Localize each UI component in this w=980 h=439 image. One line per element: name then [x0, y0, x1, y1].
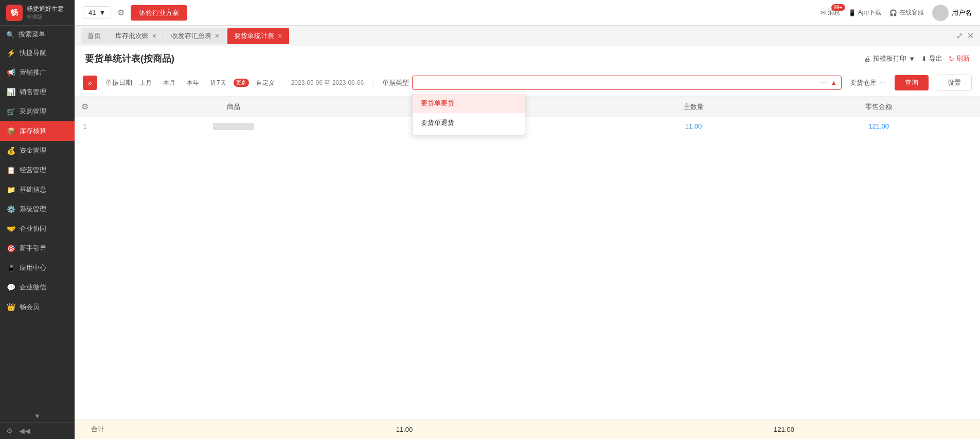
- row-amount[interactable]: 121.00: [777, 117, 980, 135]
- avatar: [932, 5, 949, 21]
- sidebar-item-label: 采购管理: [20, 107, 46, 116]
- type-dropdown-menu: 要货单要货 要货单退货: [412, 91, 525, 135]
- dropdown-item-order-return[interactable]: 要货单退货: [413, 113, 525, 133]
- sidebar-item-quick-nav[interactable]: ⚡ 快捷导航: [0, 43, 75, 63]
- tab-batch-close[interactable]: ✕: [152, 32, 157, 40]
- query-btn[interactable]: 查询: [895, 75, 929, 90]
- sidebar-item-label: 新手引导: [20, 244, 46, 253]
- page-content: 要货单统计表(按商品) 🖨 按模板打印 ▼ ⬇ 导出 ↻: [75, 46, 980, 439]
- purchase-icon: 🛒: [6, 107, 15, 116]
- service-btn[interactable]: 🎧 在线客服: [889, 8, 924, 17]
- date-more-badge[interactable]: 更多: [234, 79, 249, 87]
- sidebar-item-marketing[interactable]: 📢 营销推广: [0, 63, 75, 82]
- user-menu[interactable]: 用户名: [932, 5, 972, 21]
- sidebar-item-cooperation[interactable]: 🤝 企业协同: [0, 219, 75, 239]
- row-product: [95, 117, 372, 135]
- date-btn-this-month[interactable]: 本月: [159, 77, 180, 89]
- tab-batch-label: 库存批次账: [115, 31, 149, 41]
- data-table: ⚙ 商品 主计量单位 主数量 零售金额 1: [75, 97, 980, 135]
- sidebar-item-app-center[interactable]: 📱 应用中心: [0, 258, 75, 278]
- date-filter-group: 单据日期 上月 本月 本年 近7天 更多 自定义: [105, 77, 279, 89]
- date-range-display: 2023-05-06 至 2023-06-06: [291, 79, 364, 87]
- sidebar-item-purchase[interactable]: 🛒 采购管理: [0, 102, 75, 121]
- logo-title: 畅捷通好生意: [27, 5, 64, 13]
- sidebar-item-label: 库存核算: [20, 126, 46, 136]
- company-value: 41: [88, 9, 96, 16]
- sidebar-item-operation[interactable]: 📋 经营管理: [0, 160, 75, 180]
- footer-collapse-icon[interactable]: ◀◀: [19, 427, 30, 435]
- type-dropdown-container: ··· ▲ 要货单要货 要货单退货: [412, 76, 842, 90]
- sidebar-item-guide[interactable]: 🎯 新手引导: [0, 239, 75, 258]
- sidebar-item-wechat[interactable]: 💬 企业微信: [0, 278, 75, 297]
- date-btn-last-month[interactable]: 上月: [135, 77, 156, 89]
- app-label: App下载: [858, 8, 881, 17]
- finance-icon: 💰: [6, 146, 15, 155]
- chevron-up-icon[interactable]: ▲: [831, 79, 837, 86]
- table-gear-icon[interactable]: ⚙: [81, 102, 88, 111]
- sidebar-search[interactable]: 🔍 搜索菜单: [0, 26, 75, 43]
- tab-order-label: 要货单统计表: [234, 31, 274, 41]
- date-btn-7days[interactable]: 近7天: [206, 77, 230, 89]
- tabs-bar: 首页 库存批次账 ✕ 收发存汇总表 ✕ 要货单统计表 ✕ ⤢ ✕: [75, 26, 980, 46]
- page-header: 要货单统计表(按商品) 🖨 按模板打印 ▼ ⬇ 导出 ↻: [75, 46, 980, 69]
- table-body: 1 块 11.00 121.00: [75, 117, 980, 135]
- product-placeholder: [213, 123, 254, 130]
- tab-batch-account[interactable]: 库存批次账 ✕: [109, 28, 164, 44]
- tab-receipt-summary[interactable]: 收发存汇总表 ✕: [165, 28, 226, 44]
- sidebar-item-finance[interactable]: 💰 资金管理: [0, 141, 75, 160]
- message-btn[interactable]: ✉ 消息 99+: [821, 8, 840, 17]
- sidebar-item-label: 基础信息: [20, 185, 46, 194]
- tab-receipt-label: 收发存汇总表: [171, 31, 211, 41]
- sidebar-scroll-down[interactable]: ▼: [0, 410, 75, 422]
- page-actions: 🖨 按模板打印 ▼ ⬇ 导出 ↻ 刷新: [864, 54, 970, 63]
- sidebar-item-label: 应用中心: [20, 263, 46, 272]
- sidebar-item-label: 系统管理: [20, 205, 46, 214]
- refresh-btn[interactable]: ↻ 刷新: [949, 54, 970, 63]
- tab-expand-icon[interactable]: ⤢: [956, 31, 963, 41]
- footer-settings-icon[interactable]: ⚙: [6, 427, 13, 435]
- tabs-actions: ⤢ ✕: [956, 31, 974, 41]
- col-amount: 零售金额: [777, 97, 980, 117]
- print-chevron-icon: ▼: [908, 55, 915, 63]
- date-btn-this-year[interactable]: 本年: [183, 77, 203, 89]
- sidebar-item-label: 畅会员: [20, 302, 40, 312]
- guide-icon: 🎯: [6, 244, 15, 253]
- sidebar-footer: ⚙ ◀◀: [0, 422, 75, 439]
- search-label: 搜索菜单: [19, 30, 45, 39]
- sidebar-item-label: 企业协同: [20, 224, 46, 233]
- tab-order-stats[interactable]: 要货单统计表 ✕: [227, 28, 289, 44]
- search-icon: 🔍: [6, 31, 14, 39]
- main-content: 41 ▼ ⚙ 体验行业方案 ✉ 消息 99+ 📱 App下载 🎧 在: [75, 0, 980, 439]
- user-name: 用户名: [952, 8, 972, 17]
- warehouse-dots-icon: ···: [880, 78, 886, 87]
- sidebar-item-inventory[interactable]: 📦 库存核算: [0, 121, 75, 141]
- date-btn-custom[interactable]: 自定义: [252, 77, 279, 89]
- row-quantity[interactable]: 11.00: [610, 117, 777, 135]
- type-dropdown-trigger[interactable]: ··· ▲: [412, 76, 842, 90]
- trial-btn[interactable]: 体验行业方案: [131, 5, 187, 21]
- table-container: ⚙ 商品 主计量单位 主数量 零售金额 1: [75, 97, 980, 419]
- company-selector[interactable]: 41 ▼: [83, 6, 111, 19]
- dropdown-item-order-goods[interactable]: 要货单要货: [413, 94, 525, 113]
- wechat-icon: 💬: [6, 283, 15, 292]
- sales-icon: 📊: [6, 87, 15, 97]
- cooperation-icon: 🤝: [6, 224, 15, 233]
- sidebar-item-basic-info[interactable]: 📁 基础信息: [0, 180, 75, 199]
- tab-order-close[interactable]: ✕: [277, 32, 282, 40]
- settings-btn[interactable]: 设置: [937, 75, 972, 91]
- export-label: 导出: [929, 54, 942, 63]
- headset-icon: 🎧: [889, 9, 897, 16]
- app-download-btn[interactable]: 📱 App下载: [848, 8, 881, 17]
- topbar-gear-icon[interactable]: ⚙: [117, 8, 124, 17]
- sidebar-item-system[interactable]: ⚙️ 系统管理: [0, 199, 75, 219]
- sidebar-item-sales[interactable]: 📊 销售管理: [0, 82, 75, 102]
- tab-close-all-icon[interactable]: ✕: [967, 31, 974, 41]
- tab-receipt-close[interactable]: ✕: [215, 32, 220, 40]
- print-btn[interactable]: 🖨 按模板打印 ▼: [864, 54, 915, 63]
- sidebar-item-member[interactable]: 👑 畅会员: [0, 297, 75, 317]
- export-btn[interactable]: ⬇ 导出: [921, 54, 942, 63]
- tab-home[interactable]: 首页: [81, 28, 108, 44]
- filter-expand-btn[interactable]: »: [83, 76, 97, 90]
- system-icon: ⚙️: [6, 205, 15, 214]
- row-num: 1: [75, 117, 95, 135]
